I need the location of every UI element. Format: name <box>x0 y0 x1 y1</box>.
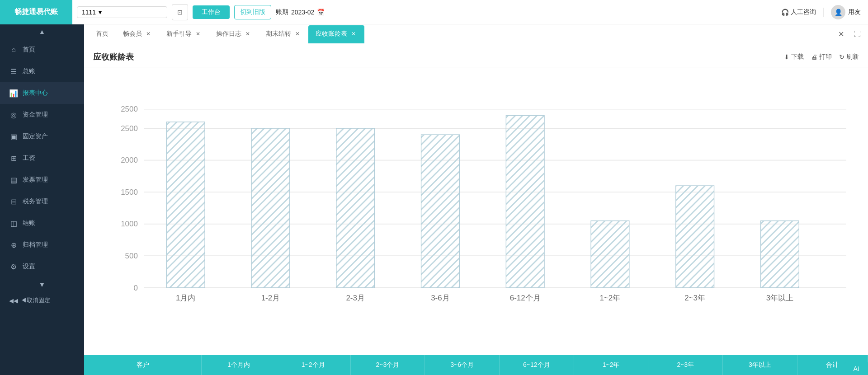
tab-aging[interactable]: 应收账龄表 ✕ <box>308 25 364 43</box>
refresh-button[interactable]: ↻ 刷新 <box>839 53 859 61</box>
cancel-pin-label: ◀取消固定 <box>21 296 50 305</box>
refresh-icon: ↻ <box>839 53 844 61</box>
salary-icon: ⊞ <box>9 154 18 163</box>
sidebar-scroll-down[interactable]: ▼ <box>0 277 84 292</box>
username: 用友 <box>848 8 861 16</box>
page-actions: ⬇ 下载 🖨 打印 ↻ 刷新 <box>784 53 859 61</box>
svg-rect-25 <box>591 221 629 288</box>
svg-text:2500: 2500 <box>121 105 138 113</box>
sidebar-item-settings[interactable]: ⚙ 设置 <box>0 256 84 277</box>
period-label: 账期 <box>276 8 288 16</box>
svg-text:2~3年: 2~3年 <box>684 294 705 302</box>
tax-icon: ⊟ <box>9 197 18 206</box>
svg-rect-29 <box>761 221 799 288</box>
calendar-icon[interactable]: 📅 <box>317 9 325 16</box>
consult-button[interactable]: 🎧 人工咨询 <box>781 8 816 16</box>
sidebar-item-tax[interactable]: ⊟ 税务管理 <box>0 191 84 212</box>
svg-text:2000: 2000 <box>121 156 138 164</box>
invoice-icon: ▤ <box>9 175 18 184</box>
sidebar-item-label: 归档管理 <box>23 241 48 249</box>
sidebar-item-label: 结账 <box>23 219 35 227</box>
ai-badge[interactable]: Ai <box>844 362 868 375</box>
tab-close-aging[interactable]: ✕ <box>350 30 357 38</box>
app-header: 畅捷通易代账 1111 ▾ ⊡ 工作台 切到旧版 账期 2023-02 📅 🎧 … <box>0 0 868 24</box>
col-m3-6: 3~6个月 <box>425 355 500 375</box>
svg-rect-21 <box>421 135 460 288</box>
tab-label: 操作日志 <box>216 30 241 38</box>
sidebar-item-home[interactable]: ⌂ 首页 <box>0 39 84 61</box>
svg-text:500: 500 <box>125 252 138 260</box>
archive-icon: ⊕ <box>9 240 18 249</box>
svg-text:1500: 1500 <box>121 188 138 197</box>
tab-label: 首页 <box>96 30 108 38</box>
sidebar-item-funds[interactable]: ◎ 资金管理 <box>0 104 84 126</box>
sidebar-cancel-pin[interactable]: ◀◀ ◀取消固定 <box>0 292 84 309</box>
workbench-button[interactable]: 工作台 <box>193 5 230 19</box>
col-y1-2: 1~2年 <box>574 355 649 375</box>
print-button[interactable]: 🖨 打印 <box>811 53 832 61</box>
switch-version-button[interactable]: 切到旧版 <box>234 5 271 19</box>
sidebar-item-ledger[interactable]: ☰ 总账 <box>0 61 84 82</box>
tab-label: 期末结转 <box>266 30 291 38</box>
close-tab-action[interactable]: ✕ <box>835 28 847 41</box>
home-icon: ⌂ <box>9 45 18 54</box>
main-layout: ▲ ⌂ 首页 ☰ 总账 📊 报表中心 ◎ 资金管理 ▣ 固定资产 ⊞ 工资 ▤ … <box>0 24 868 375</box>
tab-close-period-end[interactable]: ✕ <box>294 30 301 38</box>
sidebar-item-checkout[interactable]: ◫ 结账 <box>0 212 84 234</box>
col-customer: 客户 <box>84 355 202 375</box>
svg-text:1000: 1000 <box>121 220 138 228</box>
tab-guide[interactable]: 新手引导 ✕ <box>159 25 209 43</box>
cancel-pin-icon: ◀◀ <box>9 297 18 304</box>
sidebar-item-salary[interactable]: ⊞ 工资 <box>0 147 84 169</box>
col-m2-3: 2~3个月 <box>351 355 425 375</box>
sidebar-item-invoice[interactable]: ▤ 发票管理 <box>0 169 84 191</box>
copy-icon-button[interactable]: ⊡ <box>172 4 188 20</box>
header-right: 🎧 人工咨询 👤 用友 <box>781 5 861 19</box>
download-button[interactable]: ⬇ 下载 <box>784 53 804 61</box>
period-display: 账期 2023-02 📅 <box>276 8 325 16</box>
copy-icon: ⊡ <box>177 9 183 16</box>
svg-text:1~2年: 1~2年 <box>600 294 621 302</box>
tab-bar: 首页 畅会员 ✕ 新手引导 ✕ 操作日志 ✕ 期末结转 ✕ 应收账龄表 ✕ <box>84 24 868 44</box>
tab-member[interactable]: 畅会员 ✕ <box>116 25 159 43</box>
expand-tab-action[interactable]: ⛶ <box>851 28 863 41</box>
user-menu[interactable]: 👤 用友 <box>831 5 861 19</box>
tab-period-end[interactable]: 期末结转 ✕ <box>259 25 308 43</box>
col-y2-3: 2~3年 <box>648 355 723 375</box>
sidebar-item-label: 税务管理 <box>23 197 48 206</box>
tab-close-log[interactable]: ✕ <box>244 30 251 38</box>
tab-home[interactable]: 首页 <box>89 25 116 43</box>
avatar: 👤 <box>831 5 845 19</box>
tab-close-guide[interactable]: ✕ <box>194 30 202 38</box>
tab-log[interactable]: 操作日志 ✕ <box>209 25 259 43</box>
svg-text:1-2月: 1-2月 <box>261 294 280 302</box>
tab-label: 畅会员 <box>123 30 142 38</box>
settings-icon: ⚙ <box>9 262 18 271</box>
svg-text:0: 0 <box>133 284 137 292</box>
sidebar-item-label: 总账 <box>23 67 35 75</box>
sidebar-item-label: 发票管理 <box>23 176 48 184</box>
content-area: 首页 畅会员 ✕ 新手引导 ✕ 操作日志 ✕ 期末结转 ✕ 应收账龄表 ✕ <box>84 24 868 375</box>
svg-rect-15 <box>166 122 205 288</box>
print-icon: 🖨 <box>811 53 817 61</box>
sidebar-scroll-up[interactable]: ▲ <box>0 24 84 39</box>
col-m1: 1个月内 <box>202 355 276 375</box>
sidebar-item-label: 工资 <box>23 154 35 162</box>
checkout-icon: ◫ <box>9 219 18 228</box>
page-header: 应收账龄表 ⬇ 下载 🖨 打印 ↻ 刷新 <box>84 44 868 67</box>
funds-icon: ◎ <box>9 110 18 119</box>
sidebar-item-assets[interactable]: ▣ 固定资产 <box>0 126 84 147</box>
aging-chart: 0 500 1000 1500 2000 2500 2500 1 <box>93 76 859 346</box>
sidebar: ▲ ⌂ 首页 ☰ 总账 📊 报表中心 ◎ 资金管理 ▣ 固定资产 ⊞ 工资 ▤ … <box>0 24 84 375</box>
sidebar-item-archive[interactable]: ⊕ 归档管理 <box>0 234 84 256</box>
table-header: 客户 1个月内 1~2个月 2~3个月 3~6个月 6~12个月 <box>84 355 868 375</box>
page-content: 应收账龄表 ⬇ 下载 🖨 打印 ↻ 刷新 <box>84 44 868 375</box>
sidebar-item-label: 设置 <box>23 262 35 271</box>
reports-icon: 📊 <box>9 89 18 98</box>
period-value: 2023-02 <box>291 9 314 16</box>
tab-close-member[interactable]: ✕ <box>145 30 152 38</box>
company-selector[interactable]: 1111 ▾ <box>77 6 167 18</box>
svg-text:2-3月: 2-3月 <box>346 294 364 302</box>
user-icon: 👤 <box>835 9 842 16</box>
sidebar-item-reports[interactable]: 📊 报表中心 <box>0 82 84 104</box>
